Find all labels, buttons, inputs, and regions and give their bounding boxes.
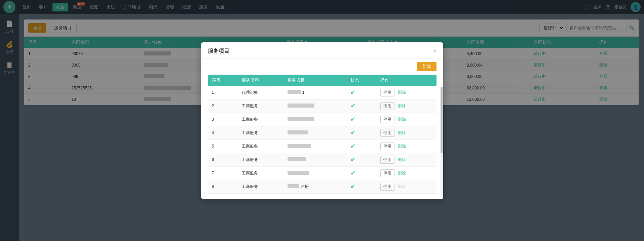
delete-button[interactable]: 删除	[398, 103, 406, 109]
modal-cell-action: 停用 删除	[376, 166, 436, 180]
modal-cell-type: 工商服务	[238, 113, 283, 126]
modal-cell-seq: 6	[208, 153, 238, 166]
modal-title: 服务项目	[208, 48, 229, 55]
delete-button[interactable]: 删除	[398, 170, 406, 176]
modal-cell-action: 停用 删除	[376, 126, 436, 139]
delete-button[interactable]: 删除	[398, 117, 406, 122]
modal-cell-status: ✔	[346, 153, 377, 166]
modal-cell-seq: 7	[208, 166, 238, 180]
modal-cell-type: 工商服务	[238, 180, 283, 193]
modal-cell-item	[283, 153, 346, 166]
modal-cell-action: 停用 删除	[376, 99, 436, 113]
modal-col-type: 服务类型	[238, 75, 283, 86]
service-items-table: 序号 服务类型 服务项目 状态 操作 1 代理记账	[208, 75, 437, 194]
modal-cell-status: ✔	[346, 180, 377, 193]
delete-button[interactable]: 删除	[398, 130, 406, 136]
modal-col-status: 状态	[346, 75, 377, 86]
stop-button[interactable]: 停用	[380, 156, 394, 164]
modal-cell-item	[283, 139, 346, 153]
delete-button[interactable]: 删除	[398, 157, 406, 163]
stop-button[interactable]: 停用	[380, 116, 394, 123]
modal-cell-status: ✔	[346, 99, 377, 113]
stop-button[interactable]: 停用	[380, 89, 394, 96]
modal-table-row: 6 工商服务 ✔ 停用 删除	[208, 153, 437, 166]
modal-cell-item: 注册	[283, 180, 346, 193]
modal-cell-seq: 4	[208, 126, 238, 139]
modal-table-row: 1 代理记账 1 ✔ 停用 删除	[208, 86, 437, 99]
modal-cell-status: ✔	[346, 113, 377, 126]
modal-cell-seq: 2	[208, 99, 238, 113]
stop-button[interactable]: 停用	[380, 143, 394, 150]
modal-cell-type: 工商服务	[238, 139, 283, 153]
modal-cell-seq: 3	[208, 113, 238, 126]
main-layout: 📄 合同 💰 收费 📋 对账单 新增 服务项目 进行中 已完成 已终止	[0, 14, 644, 241]
modal-cell-item	[283, 113, 346, 126]
delete-button[interactable]: 删除	[398, 90, 406, 95]
scrollbar-thumb[interactable]	[441, 87, 443, 153]
modal-body: 序号 服务类型 服务项目 状态 操作 1 代理记账	[201, 75, 443, 199]
modal-cell-seq: 8	[208, 180, 238, 193]
modal-cell-status: ✔	[346, 166, 377, 180]
modal-cell-type: 工商服务	[238, 166, 283, 180]
modal-col-item: 服务项目	[283, 75, 346, 86]
stop-button[interactable]: 停用	[380, 129, 394, 137]
modal-cell-action: 停用 删除	[376, 139, 436, 153]
stop-button[interactable]: 停用	[380, 169, 394, 177]
modal-cell-action: 停用 删除	[376, 86, 436, 99]
modal-col-action: 操作	[376, 75, 436, 86]
stop-button[interactable]: 停用	[380, 183, 394, 191]
modal-cell-action: 停用 删除	[376, 153, 436, 166]
modal-cell-status: ✔	[346, 139, 377, 153]
modal-cell-seq: 5	[208, 139, 238, 153]
modal-table-row: 4 工商服务 ✔ 停用 删除	[208, 126, 437, 139]
modal-new-button[interactable]: 新建	[417, 62, 437, 71]
modal-cell-item	[283, 126, 346, 139]
modal-table-row: 5 工商服务 ✔ 停用 删除	[208, 139, 437, 153]
modal-cell-item	[283, 99, 346, 113]
modal-cell-item: 1	[283, 86, 346, 99]
modal-cell-status: ✔	[346, 86, 377, 99]
modal-header: 服务项目 ×	[201, 42, 443, 58]
modal-cell-status: ✔	[346, 126, 377, 139]
modal-cell-action: 停用 删除	[376, 113, 436, 126]
modal-close-button[interactable]: ×	[433, 48, 437, 54]
modal-cell-type: 代理记账	[238, 86, 283, 99]
modal-cell-action: 停用 删除	[376, 180, 436, 193]
modal-cell-type: 工商服务	[238, 153, 283, 166]
modal-col-seq: 序号	[208, 75, 238, 86]
modal-table-row: 3 工商服务 ✔ 停用 删除	[208, 113, 437, 126]
modal-cell-item	[283, 166, 346, 180]
delete-button[interactable]: 删除	[398, 184, 406, 190]
modal-toolbar: 新建	[201, 58, 443, 75]
modal-table-row: 8 工商服务 注册 ✔ 停用 删除	[208, 180, 437, 193]
modal-cell-type: 工商服务	[238, 99, 283, 113]
modal-table-row: 7 工商服务 ✔ 停用 删除	[208, 166, 437, 180]
content-area: 新增 服务项目 进行中 已完成 已终止 🔍 序号 合同编	[19, 14, 644, 241]
modal-cell-type: 工商服务	[238, 126, 283, 139]
delete-button[interactable]: 删除	[398, 144, 406, 149]
stop-button[interactable]: 停用	[380, 102, 394, 110]
modal-table-row: 2 工商服务 ✔ 停用 删除	[208, 99, 437, 113]
modal-cell-seq: 1	[208, 86, 238, 99]
service-items-modal: 服务项目 × 新建 序号 服务类型 服务项目 状态	[201, 42, 443, 199]
scrollbar-track[interactable]	[441, 87, 443, 198]
modal-overlay[interactable]: 服务项目 × 新建 序号 服务类型 服务项目 状态	[19, 14, 644, 241]
